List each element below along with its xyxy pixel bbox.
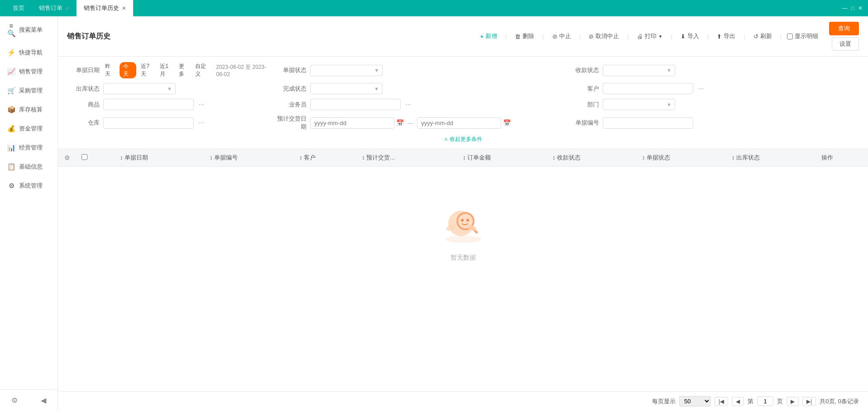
new-icon: +	[480, 33, 484, 40]
doc-number-input[interactable]	[603, 117, 693, 129]
expected-date-to[interactable]	[417, 117, 501, 129]
next-page-btn[interactable]: ▶	[786, 397, 799, 406]
table-settings-icon[interactable]: ⚙	[64, 154, 70, 161]
expected-date-from[interactable]	[310, 117, 394, 129]
delete-icon: 🗑	[515, 33, 521, 40]
show-detail-checkbox[interactable]	[787, 34, 793, 39]
import-button[interactable]: ⬇ 导入	[678, 30, 702, 42]
window-maximize[interactable]: □	[851, 5, 854, 11]
date-option-7days[interactable]: 近7天	[139, 62, 155, 78]
salesperson-more-btn[interactable]: ···	[403, 101, 413, 109]
export-icon: ⬆	[717, 33, 722, 40]
sidebar-item-search-menu[interactable]: ≡🔍 搜索菜单	[0, 16, 58, 43]
quick-nav-icon: ⚡	[7, 48, 15, 57]
date-option-yesterday[interactable]: 昨天	[103, 62, 117, 78]
sidebar-item-operation[interactable]: 📊 经营管理	[0, 138, 58, 157]
customer-more-btn[interactable]: ···	[696, 85, 705, 93]
sidebar-bottom: ⚙ ◀	[0, 389, 58, 411]
calendar-from-icon[interactable]: 📅	[396, 119, 404, 126]
tab-sales-order-close[interactable]: ✕	[65, 5, 69, 11]
col-outstock-status[interactable]: ↕ 出库状态	[726, 149, 816, 167]
col-checkbox	[76, 149, 115, 167]
calendar-to-icon[interactable]: 📅	[503, 119, 511, 126]
warehouse-more-btn[interactable]: ···	[197, 119, 206, 127]
page-title: 销售订单历史	[67, 32, 110, 47]
sidebar-item-quick-nav[interactable]: ⚡ 快捷导航	[0, 43, 58, 62]
col-number[interactable]: ↕ 单据编号	[204, 149, 294, 167]
new-button[interactable]: + 新增	[477, 30, 500, 42]
dept-select-wrap: ▼	[603, 99, 675, 110]
sidebar-item-purchase[interactable]: 🛒 采购管理	[0, 81, 58, 100]
sidebar-item-finance[interactable]: 💰 资金管理	[0, 119, 58, 138]
payment-status-select[interactable]	[603, 65, 675, 76]
warehouse-input[interactable]	[103, 117, 194, 129]
doc-number-label: 单据编号	[566, 119, 603, 127]
col-customer[interactable]: ↕ 客户	[294, 149, 356, 167]
date-option-more[interactable]: 更多	[177, 62, 191, 78]
outstock-status-select[interactable]	[103, 83, 176, 94]
doc-status-label: 单据状态	[274, 66, 310, 74]
doc-status-select-wrap: ▼	[310, 65, 383, 76]
inventory-icon: 📦	[7, 106, 15, 114]
col-amount[interactable]: ↕ 订单金额	[457, 149, 547, 167]
sales-icon: 📈	[7, 68, 15, 76]
product-more-btn[interactable]: ···	[197, 101, 206, 109]
last-page-btn[interactable]: ▶|	[802, 397, 816, 406]
complete-status-select[interactable]	[310, 83, 383, 94]
stop-button[interactable]: ⊘ 中止	[550, 30, 574, 42]
sidebar-item-sales[interactable]: 📈 销售管理	[0, 62, 58, 81]
date-option-today[interactable]: 今天	[120, 62, 137, 78]
doc-status-select[interactable]	[310, 65, 383, 76]
cancel-stop-button[interactable]: ⊘ 取消中止	[586, 30, 622, 42]
prev-page-btn[interactable]: ◀	[732, 397, 744, 406]
col-payment-status[interactable]: ↕ 收款状态	[547, 149, 637, 167]
tab-home[interactable]: 首页	[5, 0, 32, 16]
per-page-select[interactable]: 50 10 20 100	[679, 396, 711, 406]
window-close[interactable]: ✕	[858, 5, 863, 11]
query-button[interactable]: 查询	[829, 22, 859, 35]
payment-status-label: 收款状态	[566, 66, 603, 74]
filter-area: 单据日期 昨天 今天 近7天 近1月 更多 自定义 2023-06-02 至 2…	[58, 57, 868, 149]
sidebar-item-base-info[interactable]: 📋 基础信息	[0, 157, 58, 176]
filter-row-4: 仓库 ··· 预计交货日期 📅 — 📅 单据编号	[67, 115, 859, 131]
print-icon: 🖨	[637, 33, 643, 40]
filter-row-3: 商品 ··· 业务员 ··· 部门 ▼	[67, 99, 859, 110]
payment-status-select-wrap: ▼	[603, 65, 675, 76]
per-page-label: 每页显示	[652, 397, 676, 406]
col-settings: ⚙	[58, 149, 76, 167]
col-date[interactable]: ↕ 单据日期	[115, 149, 204, 167]
sidebar-settings-btn[interactable]: ⚙	[9, 393, 20, 407]
filter-row-2: 出库状态 ▼ 完成状态 ▼	[67, 83, 859, 94]
base-info-icon: 📋	[7, 163, 15, 171]
system-icon: ⚙	[7, 182, 15, 190]
window-minimize[interactable]: —	[842, 5, 848, 11]
delete-button[interactable]: 🗑 删除	[512, 30, 537, 42]
select-all-checkbox[interactable]	[82, 154, 87, 160]
collapse-bar[interactable]: ∧ 收起更多条件	[67, 135, 859, 143]
product-input[interactable]	[103, 99, 194, 110]
svg-point-4	[461, 219, 464, 222]
empty-state: 暂无数据	[58, 167, 868, 298]
customer-input[interactable]	[603, 83, 693, 94]
setting-button[interactable]: 设置	[832, 37, 859, 51]
first-page-btn[interactable]: |◀	[715, 397, 728, 406]
salesperson-input[interactable]	[310, 99, 401, 110]
date-option-custom[interactable]: 自定义	[193, 62, 212, 78]
sidebar-item-system[interactable]: ⚙ 系统管理	[0, 176, 58, 195]
col-doc-status[interactable]: ↕ 单据状态	[637, 149, 726, 167]
dept-select[interactable]	[603, 99, 675, 110]
refresh-button[interactable]: ↺ 刷新	[751, 30, 775, 42]
export-button[interactable]: ⬆ 导出	[714, 30, 738, 42]
tab-sales-order[interactable]: 销售订单 ✕	[32, 0, 77, 16]
tab-sales-order-history[interactable]: 销售订单历史 ✕	[77, 0, 133, 16]
page-input[interactable]	[757, 396, 773, 406]
date-option-1month[interactable]: 近1月	[158, 62, 174, 78]
sidebar-collapse-btn[interactable]: ◀	[38, 393, 49, 407]
sidebar-item-inventory[interactable]: 📦 库存核算	[0, 100, 58, 119]
print-button[interactable]: 🖨 打印 ▼	[634, 30, 666, 42]
toolbar: + 新增 | 🗑 删除 | ⊘ 中止 | ⊘ 取消中止 |	[477, 22, 859, 56]
col-expected-date[interactable]: ↕ 预计交货...	[356, 149, 457, 167]
show-detail-checkbox-wrap[interactable]: 显示明细	[787, 32, 818, 40]
search-menu-icon: ≡🔍	[7, 22, 15, 38]
tab-sales-order-history-close[interactable]: ✕	[122, 5, 126, 11]
